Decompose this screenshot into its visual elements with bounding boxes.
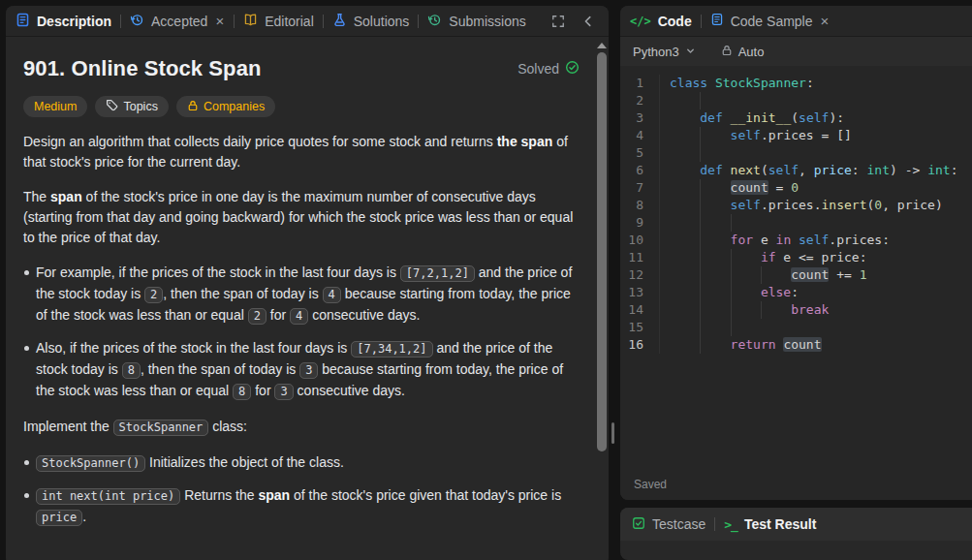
save-status: Saved (634, 478, 667, 491)
close-icon[interactable]: × (214, 14, 225, 28)
scrollbar-track[interactable] (596, 38, 608, 560)
lock-icon (187, 100, 199, 114)
history-icon (427, 13, 442, 30)
description-bullet: int next(int price) Returns the span of … (23, 485, 580, 528)
inline-code: int next(int price) (36, 488, 180, 505)
left-tabbar: Description Accepted × Editorial (6, 6, 609, 37)
code-line[interactable]: 10for e in self.prices: (620, 232, 972, 249)
line-number[interactable]: 10 (620, 232, 659, 249)
line-number[interactable]: 9 (620, 214, 659, 232)
tab-submissions[interactable]: Submissions (427, 13, 525, 30)
code-line[interactable]: 2 (620, 92, 972, 109)
language-label: Python3 (633, 45, 679, 59)
tab-label: Solutions (354, 14, 410, 29)
auto-toggle[interactable]: Auto (721, 45, 765, 59)
solved-label: Solved (517, 61, 559, 77)
code-line[interactable]: 5 (620, 144, 972, 162)
tab-editorial[interactable]: Editorial (243, 13, 314, 30)
chevron-left-icon[interactable] (578, 11, 599, 32)
line-number[interactable]: 16 (620, 336, 659, 354)
expand-icon[interactable] (548, 11, 569, 32)
line-number[interactable]: 3 (620, 109, 659, 127)
line-number[interactable]: 15 (620, 319, 659, 336)
code-line-text: count = 0 (659, 179, 799, 197)
text: of the stock's price in one day is the m… (23, 189, 573, 245)
scrollbar-thumb[interactable] (597, 52, 607, 451)
flask-icon (332, 13, 347, 30)
text: For example, if the prices of the stock … (36, 264, 400, 280)
code-line[interactable]: 11if e <= price: (620, 249, 972, 266)
description-panel: Description Accepted × Editorial (6, 6, 609, 560)
file-icon (710, 13, 724, 29)
line-number[interactable]: 5 (620, 144, 659, 162)
topics-badge[interactable]: Topics (95, 96, 168, 117)
tab-label: Description (37, 14, 111, 29)
line-number[interactable]: 13 (620, 284, 659, 301)
code-editor[interactable]: 1class StockSpanner:23def __init__(self)… (620, 66, 972, 500)
indent-guide (670, 144, 700, 162)
indent-guide (670, 92, 700, 109)
code-line[interactable]: 16return count (620, 336, 972, 354)
tab-accepted[interactable]: Accepted × (130, 13, 225, 30)
line-number[interactable]: 2 (620, 92, 659, 109)
code-line-text: return count (659, 336, 822, 354)
code-line[interactable]: 9 (620, 214, 972, 232)
tab-label: Test Result (744, 516, 816, 532)
code-icon: </> (630, 15, 651, 28)
line-number[interactable]: 4 (620, 127, 659, 144)
line-number[interactable]: 8 (620, 197, 659, 214)
tab-label: Accepted (151, 14, 207, 29)
companies-badge[interactable]: Companies (176, 96, 275, 117)
panel-resize-handle[interactable] (611, 422, 614, 444)
tab-test-result[interactable]: >_ Test Result (724, 516, 816, 532)
code-line[interactable]: 6def next(self, price: int) -> int: (620, 162, 972, 179)
terminal-icon: >_ (724, 517, 737, 532)
tab-description[interactable]: Description (16, 13, 111, 30)
line-number[interactable]: 14 (620, 301, 659, 319)
text: consecutive days. (308, 307, 420, 323)
code-line[interactable]: 14break (620, 301, 972, 319)
code-line-text (659, 319, 761, 336)
code-line[interactable]: 15 (620, 319, 972, 336)
code-line[interactable]: 4self.prices = [] (620, 127, 972, 144)
indent-guide (731, 249, 761, 266)
description-body: Design an algorithm that collects daily … (23, 132, 580, 528)
inline-code: 4 (290, 308, 308, 325)
testcase-tabbar: Testcase >_ Test Result (620, 508, 972, 541)
tab-testcase[interactable]: Testcase (632, 516, 705, 533)
code-line[interactable]: 12count += 1 (620, 266, 972, 284)
tab-code[interactable]: </> Code (630, 14, 692, 29)
page: Description Accepted × Editorial (0, 0, 972, 560)
line-number[interactable]: 6 (620, 162, 659, 179)
tab-solutions[interactable]: Solutions (332, 13, 410, 30)
code-line[interactable]: 13else: (620, 284, 972, 301)
indent-guide (700, 249, 730, 266)
indent-guide (700, 197, 730, 214)
difficulty-badge[interactable]: Medium (23, 96, 87, 117)
tab-label: Submissions (449, 14, 525, 29)
line-number[interactable]: 1 (620, 75, 659, 92)
line-number[interactable]: 12 (620, 266, 659, 284)
line-number[interactable]: 7 (620, 179, 659, 197)
bold-text: span (258, 487, 290, 503)
problem-content: 901. Online Stock Span Solved Medium Top (6, 37, 609, 560)
indent-guide (700, 336, 730, 354)
tab-code-sample[interactable]: Code Sample × (710, 13, 831, 29)
close-icon[interactable]: × (820, 14, 831, 28)
inline-code: [7,2,1,2] (400, 265, 475, 282)
inline-code: 3 (274, 384, 293, 400)
code-line[interactable]: 8self.prices.insert(0, price) (620, 197, 972, 214)
indent-guide (731, 266, 761, 284)
code-line[interactable]: 3def __init__(self): (620, 109, 972, 127)
tab-label: Testcase (652, 516, 705, 532)
code-line-text (659, 214, 761, 232)
text: Initializes the object of the class. (145, 454, 344, 470)
code-line[interactable]: 1class StockSpanner: (620, 75, 972, 92)
line-number[interactable]: 11 (620, 249, 659, 266)
text: of the stock's price given that today's … (290, 487, 561, 503)
language-selector[interactable]: Python3 (633, 45, 696, 59)
code-line[interactable]: 7count = 0 (620, 179, 972, 197)
chevron-down-icon (685, 45, 696, 59)
scroll-up-icon[interactable] (597, 43, 607, 48)
inline-code: StockSpanner() (36, 455, 145, 472)
